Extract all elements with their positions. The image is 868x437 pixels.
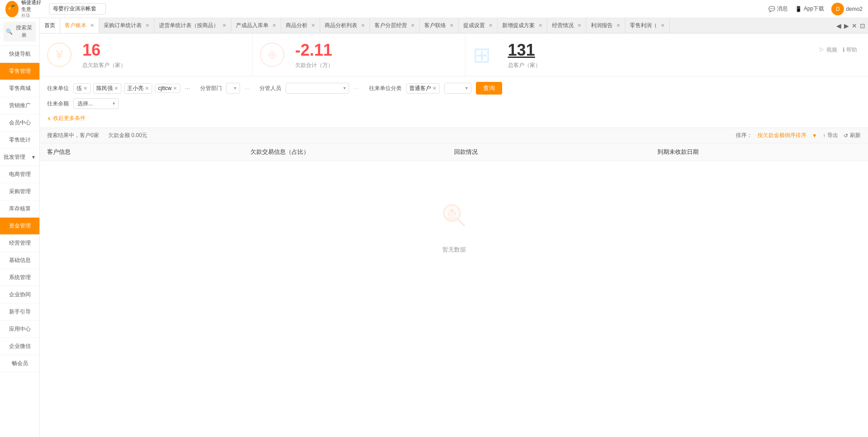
sidebar-item-member-vip[interactable]: 畅会员	[0, 355, 39, 372]
sidebar-item-new-guide[interactable]: 新手引导	[0, 304, 39, 321]
sidebar-item-enterprise-collab[interactable]: 企业协同	[0, 286, 39, 304]
collapse-row: ∧ 收起更多条件	[47, 113, 861, 124]
collapse-btn[interactable]: ∧ 收起更多条件	[47, 114, 861, 122]
account-dropdown[interactable]: 母婴行业演示帐套	[49, 3, 106, 14]
tab-close-product[interactable]: ✕	[272, 23, 276, 28]
user-account[interactable]: D demo2	[831, 3, 863, 15]
tab-profit-report[interactable]: 利润报告 ✕	[586, 18, 625, 33]
tab-operation[interactable]: 经营情况 ✕	[547, 18, 586, 33]
person-more-btn[interactable]: ···	[354, 85, 359, 92]
filter-tag-chen-remove[interactable]: ✕	[114, 86, 118, 91]
sidebar-item-basic-info[interactable]: 基础信息	[0, 252, 39, 269]
sidebar-item-purchase[interactable]: 采购管理	[0, 183, 39, 200]
tab-close-operation[interactable]: ✕	[577, 23, 581, 28]
dept-more-btn[interactable]: ···	[245, 85, 250, 92]
account-dropdown-btn[interactable]: 母婴行业演示帐套	[49, 3, 106, 14]
tab-product-in[interactable]: 产成品入库单 ✕	[231, 18, 281, 33]
page-content: ¥ 16 总欠款客户（家） ⊕ -2.11 欠款合计（万） ⊞	[40, 33, 868, 437]
tab-close-profit[interactable]: ✕	[616, 23, 620, 28]
svg-point-4	[448, 214, 450, 215]
filter-unit-type-label: 往来单位分类	[369, 85, 402, 92]
tab-close-new-promo[interactable]: ✕	[538, 23, 542, 28]
filter-tag-wu-remove[interactable]: ✕	[83, 86, 87, 91]
app-download-btn[interactable]: 📱 App下载	[795, 5, 824, 13]
tab-scroll-left[interactable]: ◀	[836, 22, 841, 29]
tab-scroll-right[interactable]: ▶	[844, 22, 849, 29]
tab-purchase-order[interactable]: 采购订单统计表 ✕	[99, 18, 154, 33]
sidebar-item-finance[interactable]: 资金管理	[0, 218, 39, 235]
stat-block-total-customers: ⊞ 131 总客户（家） ▷ 视频 ℹ 帮助	[465, 33, 868, 76]
sidebar-item-inventory[interactable]: 库存核算	[0, 200, 39, 218]
filter-tag-normal-remove[interactable]: ✕	[432, 86, 436, 91]
logo-icon: 🍊	[5, 1, 19, 17]
sidebar-item-marketing[interactable]: 营销推广	[0, 97, 39, 114]
account-name: demo2	[846, 6, 863, 12]
sidebar-item-member-center[interactable]: 会员中心	[0, 114, 39, 132]
tab-close-customer-account[interactable]: ✕	[90, 23, 94, 28]
tab-goods-list[interactable]: 商品分析列表 ✕	[320, 18, 370, 33]
stat-text-1: 16 总欠款客户（家）	[82, 41, 126, 69]
tab-home[interactable]: 首页	[40, 18, 60, 33]
tab-retail-profit[interactable]: 零售利润（ ✕	[625, 18, 670, 33]
video-btn[interactable]: ▷ 视频	[819, 46, 837, 54]
sidebar-item-operation[interactable]: 经营管理	[0, 235, 39, 252]
tab-new-promotion[interactable]: 新增提成方案 ✕	[498, 18, 547, 33]
export-btn[interactable]: ↑ 导出	[823, 132, 838, 139]
tab-customer-segment[interactable]: 客户分层经营 ✕	[370, 18, 420, 33]
tab-maximize[interactable]: ⊡	[860, 22, 865, 29]
sidebar-item-quick-nav[interactable]: 快捷导航	[0, 46, 39, 63]
filter-person-select[interactable]	[286, 83, 349, 94]
tab-stock-stats[interactable]: 进货单统计表（按商品） ✕	[154, 18, 231, 33]
sidebar-item-retail-stats[interactable]: 零售统计	[0, 132, 39, 149]
sort-value: 按欠款金额倒序排序	[758, 132, 806, 139]
sort-arrow-icon[interactable]: ▼	[812, 133, 817, 139]
message-icon: 💬	[768, 6, 775, 12]
filter-tag-wang-remove[interactable]: ✕	[145, 86, 149, 91]
svg-point-5	[454, 213, 456, 214]
main-layout: 🔍 搜索菜单 快捷导航 零售管理 零售商城 营销推广 会员中心 零售统计 批发管…	[0, 18, 868, 437]
tab-profit-label: 利润报告	[591, 22, 613, 29]
tab-close-retail-profit[interactable]: ✕	[661, 23, 665, 28]
tab-close-goods-list[interactable]: ✕	[361, 23, 365, 28]
sidebar-item-retail-mgmt[interactable]: 零售管理	[0, 63, 39, 80]
tab-stock-label: 进货单统计表（按商品）	[159, 22, 219, 29]
filter-unit-label: 往来单位	[47, 85, 69, 92]
tab-goods-label: 商品分析	[286, 22, 307, 29]
col-repayment: 回款情况	[454, 148, 657, 156]
tab-close-goods[interactable]: ✕	[311, 23, 315, 28]
filter-tag-cjttcw-remove[interactable]: ✕	[173, 86, 177, 91]
app-download-label: App下载	[804, 5, 824, 13]
tab-goods-analysis[interactable]: 商品分析 ✕	[281, 18, 320, 33]
filter-balance-select[interactable]: 选择...	[73, 98, 119, 109]
tab-bar: 首页 客户账本 ✕ 采购订单统计表 ✕ 进货单统计表（按商品） ✕ 产成品入库单…	[40, 18, 868, 33]
tab-close-promo[interactable]: ✕	[489, 23, 493, 28]
help-btn[interactable]: ℹ 帮助	[843, 46, 857, 54]
tab-segment-label: 客户分层经营	[374, 22, 407, 29]
sidebar-item-wholesale-mgmt[interactable]: 批发管理 ▼	[0, 149, 39, 166]
tab-close-contact[interactable]: ✕	[450, 23, 454, 28]
sidebar-item-retail-mall[interactable]: 零售商城	[0, 80, 39, 97]
more-unit-tags-btn[interactable]: ···	[185, 85, 190, 92]
tab-close-all[interactable]: ✕	[852, 22, 857, 29]
filter-balance-select-wrapper: 选择...	[73, 98, 119, 109]
filter-dept-select[interactable]	[226, 83, 240, 94]
refresh-btn[interactable]: ↺ 刷新	[844, 132, 861, 139]
tab-close-purchase[interactable]: ✕	[145, 23, 149, 28]
tab-close-segment[interactable]: ✕	[411, 23, 415, 28]
tab-customer-contact[interactable]: 客户联络 ✕	[420, 18, 459, 33]
search-menu-btn[interactable]: 🔍 搜索菜单	[4, 22, 36, 42]
sidebar-item-ecommerce[interactable]: 电商管理	[0, 166, 39, 183]
tab-customer-account[interactable]: 客户账本 ✕	[60, 18, 99, 33]
sidebar-item-system[interactable]: 系统管理	[0, 269, 39, 286]
sidebar-item-enterprise-wechat[interactable]: 企业微信	[0, 338, 39, 355]
stat-block-debt-amount: ⊕ -2.11 欠款合计（万）	[253, 33, 465, 76]
query-btn[interactable]: 查询	[476, 82, 502, 95]
filter-unit-type-select[interactable]	[444, 83, 471, 94]
avatar: D	[831, 3, 844, 15]
filter-area: 往来单位 伍 ✕ 陈民强 ✕ 王小亮 ✕	[40, 76, 868, 128]
empty-state: 暂无数据	[40, 161, 868, 290]
tab-promotion-settings[interactable]: 提成设置 ✕	[459, 18, 498, 33]
message-btn[interactable]: 💬 消息	[768, 5, 788, 13]
tab-close-stock[interactable]: ✕	[222, 23, 226, 28]
sidebar-item-app-center[interactable]: 应用中心	[0, 321, 39, 338]
